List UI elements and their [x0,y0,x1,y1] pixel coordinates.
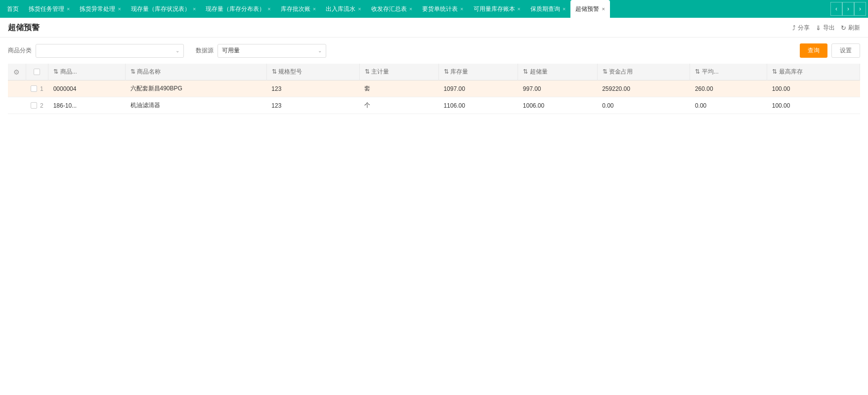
nav-item-order-stat[interactable]: 要货单统计表× [417,0,468,18]
nav-item-close-icon[interactable]: × [409,6,412,12]
nav-item-close-icon[interactable]: × [67,6,70,12]
cell-product_code: 0000004 [48,80,126,97]
nav-item-available[interactable]: 可用量库存账本× [469,0,525,18]
th-max-stock-label: ⇅ 最高库存 [772,68,802,75]
row-checkbox[interactable] [31,85,37,92]
table-body: 10000004六配套新昌490BPG123套1097.00997.002592… [8,80,860,114]
datasource-select[interactable]: 可用量 ⌄ [217,44,326,58]
nav-item-collect[interactable]: 收发存汇总表× [366,0,417,18]
table-header: ⚙ ⇅ 商品... ⇅ 商品名称 ⇅ 规格型号 ⇅ 主计量 [8,64,860,80]
nav-item-close-icon[interactable]: × [563,6,565,12]
nav-item-label: 首页 [7,5,19,13]
th-settings: ⚙ [8,64,26,80]
cell-capital: 0.00 [597,97,690,114]
th-capital-label: ⇅ 资金占用 [603,68,633,75]
settings-gear-icon[interactable]: ⚙ [13,68,20,76]
datasource-value: 可用量 [222,46,240,55]
header-actions: ⤴ 分享 ⇓ 导出 ↻ 刷新 [792,24,860,32]
cell-spec: 123 [266,80,359,97]
nav-item-inventory-dist[interactable]: 现存量（库存分布表）× [201,0,275,18]
category-label: 商品分类 [8,46,32,55]
datasource-label: 数据源 [196,46,214,55]
nav-item-task[interactable]: 拣货任务管理× [24,0,75,18]
filter-row: 商品分类 ⌄ 数据源 可用量 ⌄ 查询 设置 [0,38,868,64]
cell-spec: 123 [266,97,359,114]
nav-item-close-icon[interactable]: × [193,6,196,12]
table-row: 2186-10...机油滤清器123个1106.001006.000.000.0… [8,97,860,114]
nav-arrow-more[interactable]: › [854,2,866,16]
refresh-icon: ↻ [841,24,846,32]
row-settings-cell [8,97,26,114]
th-spec-label: ⇅ 规格型号 [272,68,302,75]
table-container: ⚙ ⇅ 商品... ⇅ 商品名称 ⇅ 规格型号 ⇅ 主计量 [0,64,868,114]
page-header: 超储预警 ⤴ 分享 ⇓ 导出 ↻ 刷新 [0,18,868,38]
nav-item-label: 拣货异常处理 [80,5,115,13]
nav-item-quality[interactable]: 保质期查询× [525,0,570,18]
row-index: 1 [26,80,48,97]
nav-item-label: 出入库流水 [326,5,355,13]
share-icon: ⤴ [792,24,796,32]
row-checkbox[interactable] [31,102,37,109]
th-unit: ⇅ 主计量 [359,64,438,80]
th-avg: ⇅ 平均... [690,64,767,80]
nav-item-inout[interactable]: 出入库流水× [321,0,366,18]
category-select[interactable]: ⌄ [36,44,184,58]
filter-actions: 查询 设置 [800,43,860,58]
nav-arrows: ‹ › › [830,2,866,16]
datasource-chevron-icon: ⌄ [318,48,322,53]
th-overstock: ⇅ 超储量 [518,64,597,80]
th-product-code-label: ⇅ 商品... [53,68,77,75]
th-avg-label: ⇅ 平均... [695,68,718,75]
nav-item-close-icon[interactable]: × [460,6,463,12]
cell-product_name: 六配套新昌490BPG [126,80,267,97]
nav-item-label: 可用量库存账本 [474,5,515,13]
cell-unit: 个 [359,97,438,114]
cell-avg: 260.00 [690,80,767,97]
th-product-name-label: ⇅ 商品名称 [130,68,161,75]
nav-item-batch[interactable]: 库存批次账× [276,0,321,18]
nav-item-label: 保质期查询 [530,5,560,13]
category-chevron-icon: ⌄ [175,48,179,53]
cell-avg: 0.00 [690,97,767,114]
cell-stock: 1106.00 [438,97,518,114]
category-filter-group: 商品分类 ⌄ [8,44,184,58]
th-unit-label: ⇅ 主计量 [365,68,389,75]
cell-max_stock: 100.00 [767,80,860,97]
nav-arrow-right[interactable]: › [842,2,854,16]
query-button[interactable]: 查询 [800,43,827,58]
nav-item-label: 超储预警 [575,5,599,13]
refresh-button[interactable]: ↻ 刷新 [841,24,860,32]
th-product-code: ⇅ 商品... [48,64,126,80]
settings-button[interactable]: 设置 [831,43,860,58]
export-button[interactable]: ⇓ 导出 [816,24,835,32]
nav-item-close-icon[interactable]: × [118,6,121,12]
page-title: 超储预警 [8,23,40,33]
cell-stock: 1097.00 [438,80,518,97]
share-button[interactable]: ⤴ 分享 [792,24,810,32]
nav-item-home[interactable]: 首页 [2,0,24,18]
nav-item-abnormal[interactable]: 拣货异常处理× [75,0,126,18]
th-checkbox [26,64,48,80]
nav-item-close-icon[interactable]: × [313,6,316,12]
row-index-number: 2 [40,102,43,109]
top-nav: 首页拣货任务管理×拣货异常处理×现存量（库存状况表）×现存量（库存分布表）×库存… [0,0,868,18]
nav-item-label: 现存量（库存状况表） [131,5,190,13]
nav-item-close-icon[interactable]: × [358,6,361,12]
row-index-number: 1 [40,85,43,92]
nav-arrow-left[interactable]: ‹ [830,2,842,16]
export-icon: ⇓ [816,24,821,32]
nav-item-inventory-status[interactable]: 现存量（库存状况表）× [126,0,201,18]
nav-item-label: 收发存汇总表 [371,5,407,13]
row-settings-cell [8,80,26,97]
overstock-table: ⚙ ⇅ 商品... ⇅ 商品名称 ⇅ 规格型号 ⇅ 主计量 [8,64,860,114]
th-product-name: ⇅ 商品名称 [126,64,267,80]
row-index: 2 [26,97,48,114]
cell-unit: 套 [359,80,438,97]
nav-item-overstock[interactable]: 超储预警× [570,0,609,18]
nav-item-close-icon[interactable]: × [267,6,270,12]
nav-item-close-icon[interactable]: × [602,6,605,12]
th-overstock-label: ⇅ 超储量 [523,68,547,75]
datasource-filter-group: 数据源 可用量 ⌄ [196,44,326,58]
header-checkbox[interactable] [34,69,40,75]
nav-item-close-icon[interactable]: × [518,6,521,12]
